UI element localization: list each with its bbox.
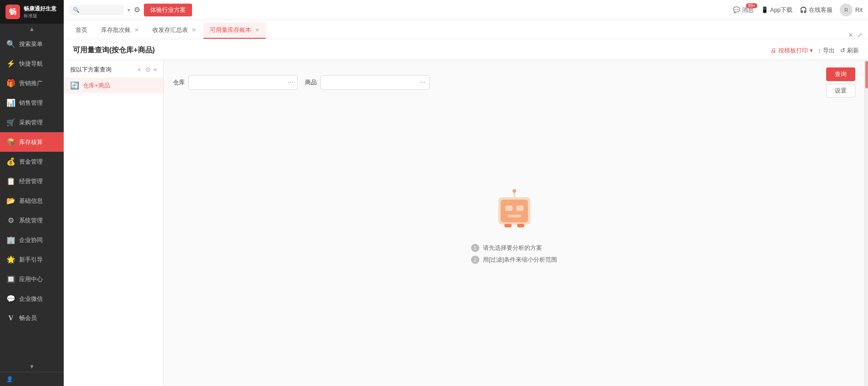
product-label: 商品 xyxy=(305,78,317,87)
export-button[interactable]: ↑ 导出 xyxy=(818,46,835,55)
sidebar-item-operation[interactable]: 📋 经营管理 xyxy=(0,171,64,191)
tab-batch-account[interactable]: 库存批次账 ✕ xyxy=(95,22,145,39)
shortcut-icon: ⚡ xyxy=(6,59,15,68)
online-service-button[interactable]: 🎧 在线客服 xyxy=(800,6,832,14)
scrollbar-thumb[interactable] xyxy=(865,61,868,88)
hint-number-2: 2 xyxy=(471,256,479,264)
sidebar-logo-icon: 畅 xyxy=(5,5,20,19)
svg-rect-1 xyxy=(501,200,528,222)
close-tab-collection-icon[interactable]: ✕ xyxy=(192,27,196,33)
sidebar-item-purchase[interactable]: 🛒 采购管理 xyxy=(0,113,64,132)
message-badge: 99+ xyxy=(746,3,757,8)
export-icon: ↑ xyxy=(818,47,822,54)
filter-header: 按以下方案查询 ＋ ⊙ « xyxy=(64,66,163,77)
query-button[interactable]: 查询 xyxy=(826,67,855,81)
right-scrollbar[interactable] xyxy=(864,60,868,386)
sidebar-scroll-down[interactable]: ▼ xyxy=(0,361,64,372)
sidebar-item-search[interactable]: 🔍 搜索菜单 xyxy=(0,34,64,54)
user-profile[interactable]: R Rit xyxy=(840,4,863,16)
query-buttons: 查询 设置 xyxy=(826,67,855,98)
filter-panel: 按以下方案查询 ＋ ⊙ « 🔄 仓库+商品 xyxy=(64,60,164,386)
sidebar-scroll-up[interactable]: ▲ xyxy=(0,24,64,34)
enterprise-icon: 🏢 xyxy=(6,236,15,244)
mobile-icon: 📱 xyxy=(761,6,768,13)
sidebar-bottom[interactable]: 👤 xyxy=(0,372,64,386)
add-filter-icon[interactable]: ＋ xyxy=(136,66,142,74)
filter-item-warehouse-product[interactable]: 🔄 仓库+商品 xyxy=(64,77,163,93)
sidebar-nav: 🔍 搜索菜单 ⚡ 快捷导航 🎁 营销推广 📊 销售管理 🛒 采购管理 📦 xyxy=(0,34,64,361)
sidebar-item-newbie[interactable]: 🌟 新手引导 xyxy=(0,250,64,269)
close-tab-batch-icon[interactable]: ✕ xyxy=(134,27,139,33)
collapse-filter-icon[interactable]: « xyxy=(153,66,157,74)
warehouse-input[interactable]: ··· xyxy=(188,75,298,90)
settings-filter-icon[interactable]: ⊙ xyxy=(145,66,151,74)
search-icon: 🔍 xyxy=(6,40,15,48)
query-panel: 仓库 ··· 商品 ··· 查询 xyxy=(164,60,864,386)
product-field: 商品 ··· xyxy=(305,75,430,90)
empty-state: 1 请先选择要分析的方案 2 用[过滤]条件来缩小分析范围 xyxy=(173,105,855,379)
wechat-icon: 💬 xyxy=(6,294,15,303)
sidebar-item-apps[interactable]: 🔲 应用中心 xyxy=(0,269,64,289)
search-input[interactable] xyxy=(81,7,118,13)
sidebar-item-system[interactable]: ⚙ 系统管理 xyxy=(0,211,64,230)
sidebar-item-wechat[interactable]: 💬 企业微信 xyxy=(0,289,64,309)
member-icon: V xyxy=(6,314,15,322)
svg-rect-2 xyxy=(505,206,513,211)
warehouse-field: 仓库 ··· xyxy=(173,75,298,90)
sidebar-item-marketing[interactable]: 🎁 营销推广 xyxy=(0,73,64,93)
chevron-down-icon: ▾ xyxy=(810,47,813,54)
content-area: 按以下方案查询 ＋ ⊙ « 🔄 仓库+商品 仓库 xyxy=(64,60,868,386)
main-area: 🔍 ▾ ⚙ 体验行业方案 💬 消息 99+ 📱 App下载 🎧 在线客服 xyxy=(64,0,868,386)
refresh-icon: ↺ xyxy=(840,47,845,54)
warehouse-label: 仓库 xyxy=(173,78,185,87)
dropdown-chevron-icon[interactable]: ▾ xyxy=(127,7,130,13)
sidebar-item-enterprise[interactable]: 🏢 企业协同 xyxy=(0,230,64,250)
close-window-icon[interactable]: ✕ xyxy=(848,31,853,39)
marketing-icon: 🎁 xyxy=(6,79,15,87)
svg-rect-3 xyxy=(516,206,523,211)
tab-bar: 首页 库存批次账 ✕ 收发存汇总表 ✕ 可用量库存账本 ✕ ✕ ⤢ xyxy=(64,20,868,39)
gear-icon[interactable]: ⚙ xyxy=(134,5,140,14)
avatar: R xyxy=(840,4,853,16)
app-download-button[interactable]: 📱 App下载 xyxy=(761,6,792,14)
apps-icon: 🔲 xyxy=(6,275,15,283)
sidebar-item-shortcut[interactable]: ⚡ 快捷导航 xyxy=(0,54,64,73)
industry-solution-button[interactable]: 体验行业方案 xyxy=(144,4,192,16)
top-bar-right: 💬 消息 99+ 📱 App下载 🎧 在线客服 R Rit xyxy=(733,4,863,16)
inventory-icon: 📦 xyxy=(6,138,15,146)
expand-window-icon[interactable]: ⤢ xyxy=(857,31,863,39)
warehouse-more-icon[interactable]: ··· xyxy=(288,78,294,87)
hint-number-1: 1 xyxy=(471,244,479,252)
page-header: 可用量查询(按仓库+商品) 🖨 按模板打印 ▾ ↑ 导出 ↺ 刷新 xyxy=(64,39,868,60)
tab-available-stock[interactable]: 可用量库存账本 ✕ xyxy=(203,22,266,39)
sidebar-item-sales[interactable]: 📊 销售管理 xyxy=(0,93,64,113)
sync-icon: 🔄 xyxy=(70,81,79,90)
product-input[interactable]: ··· xyxy=(320,75,430,90)
settings-button[interactable]: 设置 xyxy=(826,84,855,98)
user-avatar-icon: 👤 xyxy=(6,376,13,382)
page-title: 可用量查询(按仓库+商品) xyxy=(73,46,155,55)
username-label: Rit xyxy=(855,6,863,13)
product-more-icon[interactable]: ··· xyxy=(420,78,426,87)
svg-rect-7 xyxy=(504,224,512,227)
sidebar-logo: 畅 畅康通好生意 标准版 xyxy=(0,0,64,24)
sidebar-item-finance[interactable]: 💰 资金管理 xyxy=(0,152,64,171)
tab-home[interactable]: 首页 xyxy=(69,22,94,39)
headset-icon: 🎧 xyxy=(800,6,807,13)
newbie-icon: 🌟 xyxy=(6,255,15,264)
tab-collection-summary[interactable]: 收发存汇总表 ✕ xyxy=(146,22,203,39)
refresh-button[interactable]: ↺ 刷新 xyxy=(840,46,859,55)
sidebar-logo-text: 畅康通好生意 标准版 xyxy=(24,5,56,19)
close-tab-available-stock-icon[interactable]: ✕ xyxy=(255,27,259,33)
sidebar-item-inventory[interactable]: 📦 库存核算 xyxy=(0,132,64,152)
query-row: 仓库 ··· 商品 ··· 查询 xyxy=(173,67,855,98)
empty-hints: 1 请先选择要分析的方案 2 用[过滤]条件来缩小分析范围 xyxy=(471,244,557,264)
sidebar-item-member[interactable]: V 畅会员 xyxy=(0,309,64,328)
finance-icon: 💰 xyxy=(6,157,15,166)
search-icon: 🔍 xyxy=(73,7,80,13)
print-template-button[interactable]: 🖨 按模板打印 ▾ xyxy=(771,46,813,55)
message-button[interactable]: 💬 消息 99+ xyxy=(733,6,754,14)
page-header-actions: 🖨 按模板打印 ▾ ↑ 导出 ↺ 刷新 xyxy=(771,46,859,55)
sidebar-item-basic[interactable]: 📂 基础信息 xyxy=(0,191,64,211)
top-bar-search-box[interactable]: 🔍 xyxy=(69,5,124,15)
